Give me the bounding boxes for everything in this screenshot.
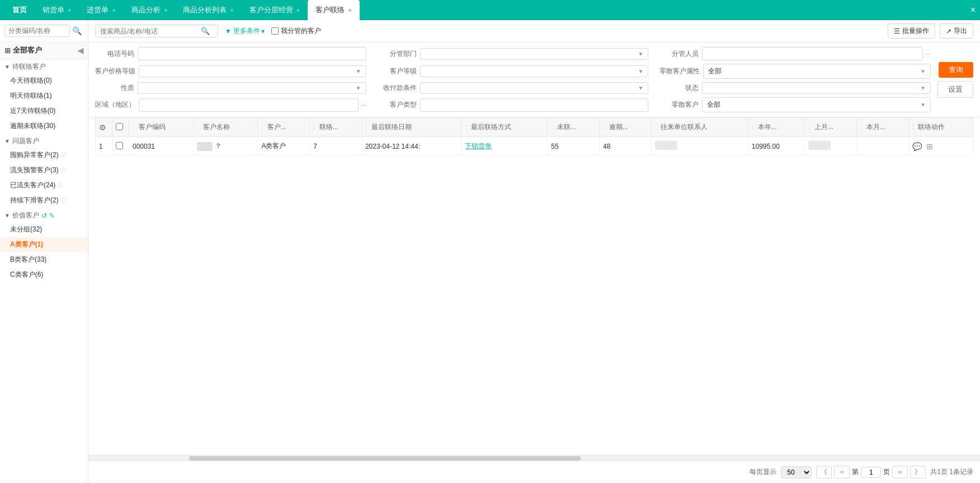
cell-name: ？ bbox=[194, 137, 258, 156]
sidebar-item-overdue[interactable]: 逾期未联络(30) bbox=[0, 119, 88, 134]
col-uncontact: : 未联... bbox=[548, 118, 600, 137]
advanced-filter: 电话号码 分管部门 ▼ 分管人员 bbox=[88, 42, 980, 117]
sidebar-item-abnormal[interactable]: 囤购异常客户(2) ⓘ bbox=[0, 148, 88, 163]
info-icon: ⓘ bbox=[60, 197, 66, 205]
customer-grade-label: 客户等级 bbox=[378, 67, 417, 76]
field-phone: 电话号码 bbox=[95, 47, 366, 60]
cell-grade: A类客户 bbox=[258, 137, 310, 156]
dots-icon[interactable]: ··· bbox=[925, 50, 931, 58]
close-icon[interactable]: × bbox=[112, 7, 115, 13]
tab-product-analysis[interactable]: 商品分析 × bbox=[124, 0, 175, 20]
cell-last-month bbox=[805, 137, 857, 156]
my-customer-checkbox[interactable]: 我分管的客户 bbox=[271, 26, 321, 36]
tab-home[interactable]: 首页 bbox=[4, 0, 35, 20]
col-last-month: : 上月... bbox=[805, 118, 857, 137]
row-checkbox[interactable] bbox=[116, 142, 123, 149]
tab-product-analysis-list[interactable]: 商品分析列表 × bbox=[175, 0, 241, 20]
info-icon: ⓘ bbox=[57, 182, 63, 190]
field-customer-grade: 客户等级 ▼ bbox=[378, 65, 649, 77]
select-all-checkbox[interactable] bbox=[116, 123, 123, 130]
refresh-icon[interactable]: ↺ bbox=[41, 212, 47, 220]
col-grade: : 客户... bbox=[258, 118, 310, 137]
close-window-button[interactable]: × bbox=[970, 5, 976, 15]
payment-select[interactable]: ▼ bbox=[420, 82, 649, 94]
collapse-icon[interactable]: ◀ bbox=[78, 46, 83, 55]
edit-icon[interactable]: ✎ bbox=[49, 212, 55, 220]
tab-customer-segment[interactable]: 客户分层经营 × bbox=[242, 0, 308, 20]
close-icon[interactable]: × bbox=[68, 7, 71, 13]
sidebar-item-c-class[interactable]: C类客户(6) bbox=[0, 267, 88, 282]
close-icon[interactable]: × bbox=[164, 7, 167, 13]
batch-icon: ☰ bbox=[894, 27, 900, 35]
sidebar-search-input[interactable] bbox=[4, 25, 70, 37]
region-label: 区域（地区） bbox=[95, 100, 135, 110]
scattered-customer-select[interactable]: 全部 ▼ bbox=[702, 97, 931, 112]
customer-table: ⚙ : 客户编码 : 客户名称 bbox=[95, 117, 973, 156]
gear-icon[interactable]: ⚙ bbox=[99, 123, 106, 132]
first-page-button[interactable]: 《 bbox=[816, 466, 832, 479]
export-button[interactable]: ↗ 导出 bbox=[940, 23, 973, 39]
search-icon[interactable]: 🔍 bbox=[201, 27, 210, 35]
sidebar-group-pending[interactable]: ▼ 待联络客户 bbox=[0, 59, 88, 73]
field-price-grade: 客户价格等级 ▼ bbox=[95, 65, 366, 77]
scattered-customer-label: 零散客户 bbox=[659, 100, 699, 110]
query-button[interactable]: 查询 bbox=[939, 62, 973, 78]
sidebar-search-area: 🔍 bbox=[0, 20, 88, 42]
more-filter-button[interactable]: ▼ 更多条件 ▾ bbox=[225, 26, 265, 36]
sidebar-search-icon[interactable]: 🔍 bbox=[72, 26, 82, 35]
my-customer-check[interactable] bbox=[271, 27, 279, 35]
page-navigation: 《 ＜ 第 页 ＞ 》 bbox=[816, 466, 926, 479]
tab-purchase-order[interactable]: 进货单 × bbox=[79, 0, 123, 20]
sidebar-item-b-class[interactable]: B类客户(33) bbox=[0, 252, 88, 267]
set-button[interactable]: 设置 bbox=[937, 81, 973, 98]
sidebar-item-7days[interactable]: 近7天待联络(0) bbox=[0, 103, 88, 119]
page-number-input[interactable] bbox=[861, 467, 881, 478]
chevron-down-icon: ▼ bbox=[356, 85, 361, 91]
dots-icon[interactable]: ··· bbox=[361, 101, 366, 109]
sidebar-item-a-class[interactable]: A类客户(1) bbox=[0, 237, 88, 252]
sidebar-item-declining[interactable]: 持续下滑客户(2) ⓘ bbox=[0, 193, 88, 208]
dept-label: 分管部门 bbox=[378, 49, 417, 59]
scrollbar-thumb[interactable] bbox=[189, 456, 581, 461]
page-size-select[interactable]: 50 20 100 bbox=[781, 466, 812, 479]
field-status: 状态 ▼ bbox=[659, 82, 931, 94]
sidebar-item-churn-warning[interactable]: 流失预警客户(3) ⓘ bbox=[0, 163, 88, 178]
field-manager: 分管人员 ··· bbox=[659, 47, 931, 60]
action-icons: 💬 ⊞ bbox=[912, 142, 969, 151]
status-select[interactable]: ▼ bbox=[702, 82, 931, 94]
status-label: 状态 bbox=[659, 83, 699, 93]
customer-type-input[interactable] bbox=[420, 98, 649, 112]
sidebar-item-today[interactable]: 今天待联络(0) bbox=[0, 73, 88, 88]
region-input[interactable] bbox=[139, 98, 359, 112]
phone-input[interactable] bbox=[138, 47, 366, 60]
sidebar-group-value[interactable]: ▼ 价值客户 ↺ ✎ bbox=[0, 208, 88, 222]
qr-icon[interactable]: ⊞ bbox=[926, 142, 933, 151]
last-way-link[interactable]: 下销货单 bbox=[465, 142, 492, 150]
nature-select[interactable]: ▼ bbox=[138, 82, 366, 94]
chevron-down-icon: ▼ bbox=[638, 85, 643, 91]
close-icon[interactable]: × bbox=[230, 7, 233, 13]
close-icon[interactable]: × bbox=[296, 7, 300, 13]
search-input[interactable] bbox=[100, 27, 201, 35]
close-icon[interactable]: × bbox=[348, 7, 351, 13]
next-page-button[interactable]: ＞ bbox=[892, 466, 908, 479]
sidebar-item-churned[interactable]: 已流失客户(24) ⓘ bbox=[0, 178, 88, 193]
sidebar-item-tomorrow[interactable]: 明天待联络(1) bbox=[0, 88, 88, 103]
cell-year-amt: 10995.00 bbox=[748, 137, 804, 156]
price-grade-select[interactable]: ▼ bbox=[139, 65, 366, 77]
sidebar-group-problem[interactable]: ▼ 问题客户 bbox=[0, 134, 88, 148]
horizontal-scrollbar[interactable] bbox=[88, 455, 980, 461]
col-last-way: : 最后联络方式 bbox=[461, 118, 548, 137]
scattered-attr-select[interactable]: 全部 ▼ bbox=[703, 64, 931, 79]
dept-select[interactable]: ▼ bbox=[420, 48, 649, 60]
tab-sales-order[interactable]: 销货单 × bbox=[35, 0, 79, 20]
tab-customer-contact[interactable]: 客户联络 × bbox=[308, 0, 359, 20]
manager-input[interactable] bbox=[702, 47, 923, 60]
sidebar-item-unclassified[interactable]: 未分组(32) bbox=[0, 222, 88, 237]
last-page-button[interactable]: 》 bbox=[910, 466, 926, 479]
cell-last-way: 下销货单 bbox=[461, 137, 548, 156]
batch-operation-button[interactable]: ☰ 批量操作 bbox=[888, 23, 935, 39]
chat-icon[interactable]: 💬 bbox=[912, 142, 922, 151]
prev-page-button[interactable]: ＜ bbox=[834, 466, 850, 479]
customer-grade-select[interactable]: ▼ bbox=[420, 65, 649, 77]
